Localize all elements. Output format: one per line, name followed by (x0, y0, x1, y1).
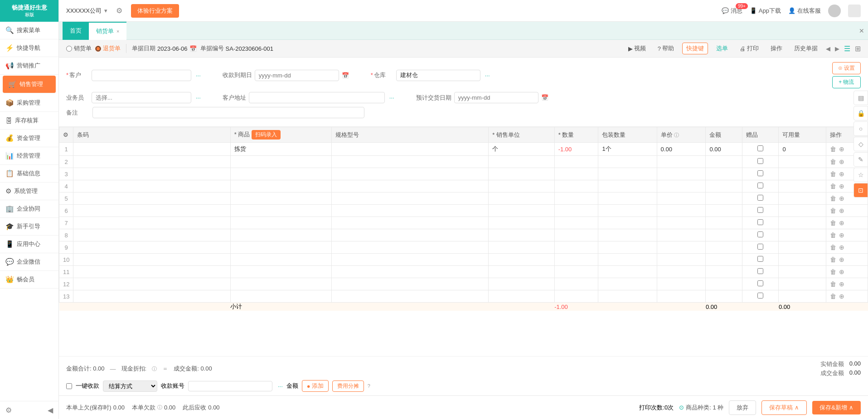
row-price[interactable] (657, 278, 706, 290)
address-dots[interactable]: ··· (389, 94, 394, 101)
row-delete-icon[interactable]: 🗑 (830, 158, 836, 165)
sidebar-settings-icon[interactable]: ⚙ (5, 406, 12, 414)
topbar-settings-icon[interactable]: ⚙ (113, 5, 126, 17)
row-spec[interactable] (332, 180, 489, 193)
row-barcode[interactable] (73, 254, 230, 266)
row-qty[interactable] (554, 156, 598, 168)
sidebar-item-purchase[interactable]: 📦 采购管理 (0, 94, 58, 112)
row-amount[interactable] (706, 193, 742, 205)
row-delete-icon[interactable]: 🗑 (830, 280, 836, 288)
float-icon-4[interactable]: ◇ (853, 137, 868, 151)
row-product[interactable] (230, 254, 331, 266)
row-amount[interactable] (706, 180, 742, 193)
row-barcode[interactable] (73, 193, 230, 205)
row-copy-icon[interactable]: ⊕ (839, 219, 844, 226)
row-amount[interactable] (706, 278, 742, 290)
row-amount[interactable] (706, 241, 742, 254)
row-barcode[interactable] (73, 241, 230, 254)
row-qty[interactable] (554, 290, 598, 303)
row-copy-icon[interactable]: ⊕ (839, 158, 844, 165)
row-pack-qty[interactable] (598, 168, 657, 180)
message-badge[interactable]: 💬 消息 99+ (722, 7, 742, 15)
row-copy-icon[interactable]: ⊕ (839, 145, 844, 153)
sidebar-item-guide[interactable]: 🎓 新手引导 (0, 218, 58, 236)
row-amount[interactable] (706, 266, 742, 278)
row-copy-icon[interactable]: ⊕ (839, 207, 844, 214)
row-copy-icon[interactable]: ⊕ (839, 170, 844, 178)
row-qty[interactable] (554, 229, 598, 241)
row-spec[interactable] (332, 254, 489, 266)
row-gift[interactable] (742, 290, 778, 303)
float-icon-3[interactable]: ○ (853, 121, 868, 136)
row-spec[interactable] (332, 278, 489, 290)
payment-calendar-icon[interactable]: 📅 (342, 72, 349, 79)
row-gift[interactable] (742, 168, 778, 180)
row-gift[interactable] (742, 205, 778, 217)
row-barcode[interactable] (73, 180, 230, 193)
row-barcode[interactable] (73, 168, 230, 180)
account-dots[interactable]: ··· (278, 383, 283, 390)
row-qty[interactable] (554, 205, 598, 217)
row-amount[interactable] (706, 156, 742, 168)
sidebar-item-sales[interactable]: 🛒 销售管理 (3, 76, 56, 93)
radio-return-order[interactable]: 退货单 (95, 44, 121, 53)
row-product[interactable] (230, 180, 331, 193)
row-unit[interactable] (489, 266, 554, 278)
row-gift[interactable] (742, 143, 778, 156)
row-gift[interactable] (742, 156, 778, 168)
service-link[interactable]: 👤 在线客服 (788, 7, 821, 15)
expense-btn[interactable]: 费用分摊 (332, 380, 364, 392)
row-copy-icon[interactable]: ⊕ (839, 195, 844, 202)
float-icon-7[interactable]: ⊡ (853, 183, 868, 197)
btn-action[interactable]: 操作 (767, 43, 786, 54)
row-qty[interactable] (554, 266, 598, 278)
row-price[interactable] (657, 266, 706, 278)
nav-prev-icon[interactable]: ◀ (826, 45, 830, 52)
row-gift[interactable] (742, 254, 778, 266)
row-price[interactable] (657, 290, 706, 303)
row-barcode[interactable] (73, 229, 230, 241)
row-product[interactable] (230, 205, 331, 217)
row-spec[interactable] (332, 241, 489, 254)
row-delete-icon[interactable]: 🗑 (830, 293, 836, 300)
row-price[interactable] (657, 193, 706, 205)
radio-sales-order[interactable]: 销货单 (66, 44, 92, 53)
row-copy-icon[interactable]: ⊕ (839, 231, 844, 239)
row-qty[interactable]: -1.00 (554, 143, 598, 156)
row-spec[interactable] (332, 266, 489, 278)
btn-history[interactable]: 历史单据 (790, 43, 821, 54)
sidebar-item-enterprise[interactable]: 🏢 企业协同 (0, 200, 58, 218)
row-price[interactable] (657, 205, 706, 217)
row-price[interactable] (657, 180, 706, 193)
row-spec[interactable] (332, 205, 489, 217)
tab-sales-order[interactable]: 销货单 × (89, 22, 126, 40)
company-selector[interactable]: XXXXXX公司 ▾ (66, 7, 107, 15)
col-settings[interactable]: ⚙ (59, 127, 73, 143)
close-tab-icon[interactable]: ✕ (859, 27, 864, 34)
sidebar-item-membership[interactable]: 👑 畅会员 (0, 271, 58, 289)
row-spec[interactable] (332, 143, 489, 156)
row-delete-icon[interactable]: 🗑 (830, 145, 836, 153)
row-copy-icon[interactable]: ⊕ (839, 256, 844, 263)
row-unit[interactable] (489, 290, 554, 303)
sidebar-item-wechat[interactable]: 💬 企业微信 (0, 253, 58, 271)
add-payment-btn[interactable]: ● 添加 (302, 380, 329, 392)
row-unit[interactable] (489, 180, 554, 193)
row-pack-qty[interactable] (598, 254, 657, 266)
sidebar-collapse-icon[interactable]: ◀ (48, 406, 53, 414)
row-barcode[interactable] (73, 217, 230, 229)
payment-date-input[interactable] (255, 70, 339, 81)
row-pack-qty[interactable] (598, 241, 657, 254)
row-amount[interactable] (706, 168, 742, 180)
discard-btn[interactable]: 放弃 (729, 400, 756, 415)
warehouse-input[interactable] (396, 70, 480, 81)
row-unit[interactable] (489, 217, 554, 229)
row-pack-qty[interactable] (598, 266, 657, 278)
sidebar-item-basic-info[interactable]: 📋 基础信息 (0, 165, 58, 183)
row-pack-qty[interactable] (598, 278, 657, 290)
sidebar-item-operations[interactable]: 📊 经营管理 (0, 147, 58, 165)
nav-next-icon[interactable]: ▶ (835, 45, 839, 52)
row-price[interactable] (657, 229, 706, 241)
customer-dots[interactable]: ··· (196, 72, 201, 79)
row-copy-icon[interactable]: ⊕ (839, 293, 844, 300)
